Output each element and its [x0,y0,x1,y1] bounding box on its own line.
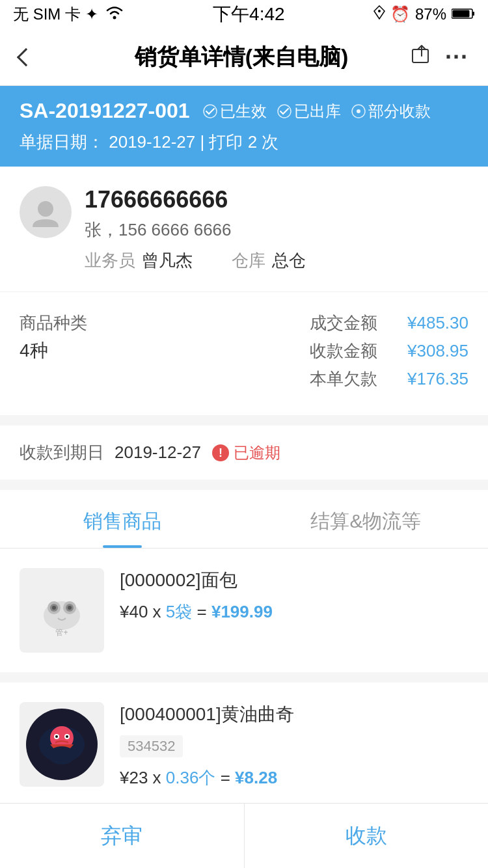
warehouse-value: 总仓 [272,249,306,272]
svg-point-9 [357,109,360,113]
debt-amount-label: 本单欠款 [310,368,377,390]
product-info-2: [000400001]黄油曲奇 534532 ¥23 x 0.36个 = ¥8.… [120,702,468,789]
product-total-2: ¥8.28 [235,768,277,787]
page-title: 销货单详情(来自电脑) [72,42,411,72]
collect-payment-button[interactable]: 收款 [245,804,489,868]
due-date-value: 2019-12-27 [115,442,201,463]
sales-person: 业务员 曾凡杰 [85,249,193,272]
product-type-count: 4种 [20,338,87,363]
customer-info: 17666666666 张，156 6666 6666 业务员 曾凡杰 仓库 总… [85,186,468,272]
order-date: 2019-12-27 [109,132,195,152]
status-effective: 已生效 [203,101,267,122]
print-label: | 打印 [200,132,243,152]
stats-section: 商品种类 4种 成交金额 ¥485.30 收款金额 ¥308.95 本单欠款 ¥… [0,292,488,426]
tabs-section: 销售商品 结算&物流等 [0,490,488,549]
location-icon [373,5,385,23]
product-total-1: ¥199.99 [211,602,273,621]
status-bar-right: ⏰ 87% [373,5,475,23]
svg-rect-3 [472,12,474,16]
product-name-1: [0000002]面包 [120,568,468,593]
transaction-amount-label: 成交金额 [310,312,377,334]
sales-value: 曾凡杰 [142,249,193,272]
back-button[interactable] [20,51,72,64]
product-price-1: ¥40 x 5袋 = ¥199.99 [120,601,468,623]
wifi-icon [105,5,124,23]
transaction-amount-value: ¥485.30 [390,313,468,333]
svg-point-0 [113,16,116,20]
svg-point-30 [49,746,75,765]
status-bar: 无 SIM 卡 ✦ 下午4:42 ⏰ 87% [0,0,488,29]
order-date-line: 单据日期： 2019-12-27 | 打印 2 次 [20,131,468,154]
status-tags: 已生效 已出库 部分收款 [203,101,431,122]
bottom-bar: 弃审 收款 [0,803,488,868]
product-info-1: [0000002]面包 ¥40 x 5袋 = ¥199.99 [120,568,468,623]
svg-point-1 [378,10,381,12]
date-label: 单据日期： [20,132,104,152]
current-time: 下午4:42 [213,2,285,27]
product-unit-price-2: ¥23 x [120,768,166,787]
warehouse: 仓库 总仓 [232,249,306,272]
status-partial-payment: 部分收款 [351,101,431,122]
collect-payment-label: 收款 [346,822,387,850]
status-shipped: 已出库 [277,101,341,122]
received-amount-label: 收款金额 [310,340,377,362]
tab-settlement-logistics[interactable]: 结算&物流等 [244,490,488,548]
product-image-2 [20,702,104,787]
received-amount-row: 收款金额 ¥308.95 [310,340,468,362]
product-qty-2: 0.36个 [166,768,216,787]
print-count: 2 [248,132,257,152]
svg-point-19 [52,606,56,610]
battery-icon [452,5,475,23]
status-bar-left: 无 SIM 卡 ✦ [13,4,124,25]
more-icon[interactable]: ··· [445,44,468,71]
due-date-section: 收款到期日 2019-12-27 ! 已逾期 [0,426,488,490]
cancel-review-label: 弃审 [101,822,142,850]
stats-right: 成交金额 ¥485.30 收款金额 ¥308.95 本单欠款 ¥176.35 [310,312,468,396]
product-item-1: 管+ [0000002]面包 ¥40 x 5袋 = ¥199.99 [0,549,488,672]
svg-rect-5 [413,49,428,62]
battery-level: 87% [415,5,446,23]
debt-amount-row: 本单欠款 ¥176.35 [310,368,468,390]
sim-status: 无 SIM 卡 ✦ [13,4,98,25]
svg-text:!: ! [219,446,223,459]
customer-phone: 17666666666 [85,186,468,213]
svg-rect-4 [453,10,470,18]
svg-point-29 [66,735,68,738]
product-unit-price-1: ¥40 x [120,602,166,621]
customer-avatar [20,186,72,238]
customer-meta: 业务员 曾凡杰 仓库 总仓 [85,249,468,272]
product-item-2: [000400001]黄油曲奇 534532 ¥23 x 0.36个 = ¥8.… [0,683,488,809]
warehouse-label: 仓库 [232,249,265,272]
tab-sales-products[interactable]: 销售商品 [0,490,244,548]
overdue-badge: ! 已逾期 [211,442,280,463]
product-equals-2: = [221,768,235,787]
nav-right-icons: ··· [411,44,468,71]
product-price-2: ¥23 x 0.36个 = ¥8.28 [120,766,468,789]
product-sku-2: 534532 [120,735,183,757]
order-number: SA-20191227-001 [20,99,190,123]
svg-point-10 [38,201,53,217]
svg-point-28 [55,735,58,738]
product-type-label: 商品种类 [20,312,87,334]
cancel-review-button[interactable]: 弃审 [0,804,245,868]
product-list: 管+ [0000002]面包 ¥40 x 5袋 = ¥199.99 [0,549,488,809]
due-label: 收款到期日 [20,441,104,464]
overdue-text: 已逾期 [234,442,280,463]
customer-section: 17666666666 张，156 6666 6666 业务员 曾凡杰 仓库 总… [0,167,488,292]
svg-text:管+: 管+ [55,628,68,637]
debt-amount-value: ¥176.35 [390,369,468,389]
alarm-icon: ⏰ [390,5,410,23]
stats-left: 商品种类 4种 [20,312,87,363]
received-amount-value: ¥308.95 [390,341,468,361]
print-suffix: 次 [262,132,278,152]
product-name-2: [000400001]黄油曲奇 [120,702,468,727]
order-header-top: SA-20191227-001 已生效 已出库 部分收款 [20,99,468,123]
svg-point-20 [68,606,72,610]
product-image-1: 管+ [20,568,104,653]
product-equals-1: = [197,602,211,621]
share-icon[interactable] [411,44,432,70]
customer-name: 张，156 6666 6666 [85,219,468,241]
sales-label: 业务员 [85,249,135,272]
chevron-left-icon [17,47,35,66]
product-qty-1: 5袋 [166,602,192,621]
